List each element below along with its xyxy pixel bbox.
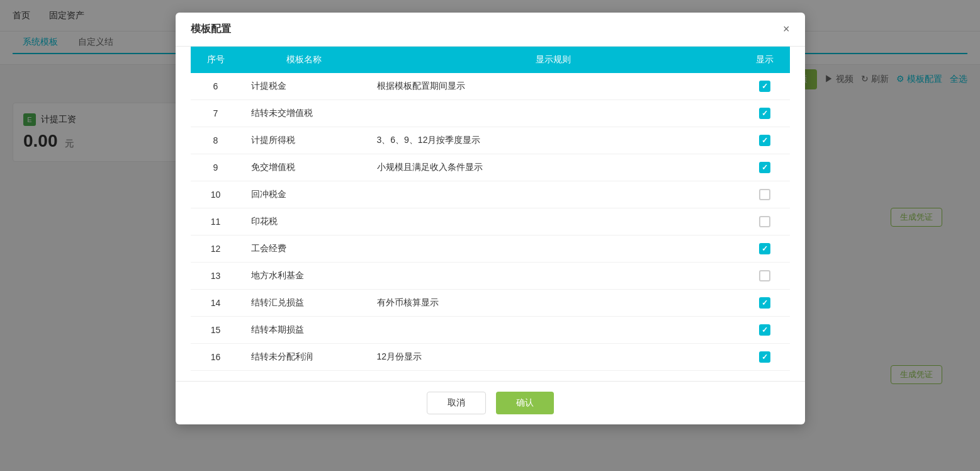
table-row: 7结转未交增值税 <box>191 100 790 127</box>
table-row: 14结转汇兑损益有外币核算显示 <box>191 290 790 317</box>
checkbox-14[interactable] <box>759 297 770 309</box>
checkbox-7[interactable] <box>759 108 770 119</box>
cell-name: 工会经费 <box>241 236 367 263</box>
cell-rule: 3、6、9、12月按季度显示 <box>367 127 740 154</box>
table-row: 6计提税金根据模板配置期间显示 <box>191 73 790 100</box>
table-row: 13地方水利基金 <box>191 263 790 290</box>
checkbox-6[interactable] <box>759 81 770 92</box>
template-config-modal: 模板配置 × 序号 模板名称 显示规则 显示 6计提税金根据模板配置期间显示7结… <box>176 13 805 424</box>
cell-rule: 有外币核算显示 <box>367 290 740 317</box>
table-row: 15结转本期损益 <box>191 317 790 344</box>
cell-rule: 12月份显示 <box>367 344 740 371</box>
cell-checkbox <box>740 317 790 344</box>
cell-name: 回冲税金 <box>241 181 367 208</box>
cell-name: 计提所得税 <box>241 127 367 154</box>
cell-rule <box>367 100 740 127</box>
cell-seq: 14 <box>191 290 241 317</box>
cell-name: 印花税 <box>241 208 367 236</box>
table-row: 12工会经费 <box>191 236 790 263</box>
cancel-button[interactable]: 取消 <box>427 392 486 414</box>
table-row: 11印花税 <box>191 208 790 236</box>
cell-name: 计提税金 <box>241 73 367 100</box>
modal-overlay: 模板配置 × 序号 模板名称 显示规则 显示 6计提税金根据模板配置期间显示7结… <box>0 0 980 471</box>
cell-rule <box>367 317 740 344</box>
cell-seq: 7 <box>191 100 241 127</box>
col-seq: 序号 <box>191 47 241 73</box>
cell-seq: 11 <box>191 208 241 236</box>
cell-checkbox <box>740 154 790 181</box>
checkbox-10[interactable] <box>759 189 770 200</box>
cell-rule: 根据模板配置期间显示 <box>367 73 740 100</box>
cell-checkbox <box>740 263 790 290</box>
table-row: 8计提所得税3、6、9、12月按季度显示 <box>191 127 790 154</box>
col-show: 显示 <box>740 47 790 73</box>
cell-seq: 10 <box>191 181 241 208</box>
table-row: 16结转未分配利润12月份显示 <box>191 344 790 371</box>
cell-seq: 12 <box>191 236 241 263</box>
cell-name: 结转未分配利润 <box>241 344 367 371</box>
cell-checkbox <box>740 73 790 100</box>
cell-rule <box>367 181 740 208</box>
checkbox-13[interactable] <box>759 270 770 281</box>
cell-rule <box>367 236 740 263</box>
cell-checkbox <box>740 290 790 317</box>
table-body: 6计提税金根据模板配置期间显示7结转未交增值税8计提所得税3、6、9、12月按季… <box>191 73 790 371</box>
modal-close-button[interactable]: × <box>783 23 790 36</box>
col-name: 模板名称 <box>241 47 367 73</box>
cell-rule <box>367 208 740 236</box>
cell-checkbox <box>740 208 790 236</box>
modal-header: 模板配置 × <box>176 13 805 47</box>
cell-seq: 9 <box>191 154 241 181</box>
cell-name: 结转本期损益 <box>241 317 367 344</box>
cell-rule: 小规模且满足收入条件显示 <box>367 154 740 181</box>
cell-name: 结转汇兑损益 <box>241 290 367 317</box>
checkbox-9[interactable] <box>759 162 770 173</box>
modal-footer: 取消 确认 <box>176 381 805 424</box>
cell-name: 免交增值税 <box>241 154 367 181</box>
cell-seq: 8 <box>191 127 241 154</box>
confirm-button[interactable]: 确认 <box>496 392 554 414</box>
cell-checkbox <box>740 127 790 154</box>
config-table: 序号 模板名称 显示规则 显示 6计提税金根据模板配置期间显示7结转未交增值税8… <box>191 47 790 371</box>
cell-checkbox <box>740 181 790 208</box>
table-row: 10回冲税金 <box>191 181 790 208</box>
checkbox-8[interactable] <box>759 135 770 146</box>
checkbox-15[interactable] <box>759 324 770 336</box>
cell-checkbox <box>740 344 790 371</box>
cell-seq: 13 <box>191 263 241 290</box>
modal-body[interactable]: 序号 模板名称 显示规则 显示 6计提税金根据模板配置期间显示7结转未交增值税8… <box>176 47 805 381</box>
table-row: 9免交增值税小规模且满足收入条件显示 <box>191 154 790 181</box>
cell-rule <box>367 263 740 290</box>
checkbox-16[interactable] <box>759 351 770 363</box>
table-header: 序号 模板名称 显示规则 显示 <box>191 47 790 73</box>
cell-seq: 6 <box>191 73 241 100</box>
cell-seq: 16 <box>191 344 241 371</box>
cell-name: 结转未交增值税 <box>241 100 367 127</box>
modal-title: 模板配置 <box>191 23 231 36</box>
cell-seq: 15 <box>191 317 241 344</box>
col-rule: 显示规则 <box>367 47 740 73</box>
cell-checkbox <box>740 236 790 263</box>
checkbox-11[interactable] <box>759 216 770 227</box>
cell-checkbox <box>740 100 790 127</box>
cell-name: 地方水利基金 <box>241 263 367 290</box>
checkbox-12[interactable] <box>759 243 770 254</box>
